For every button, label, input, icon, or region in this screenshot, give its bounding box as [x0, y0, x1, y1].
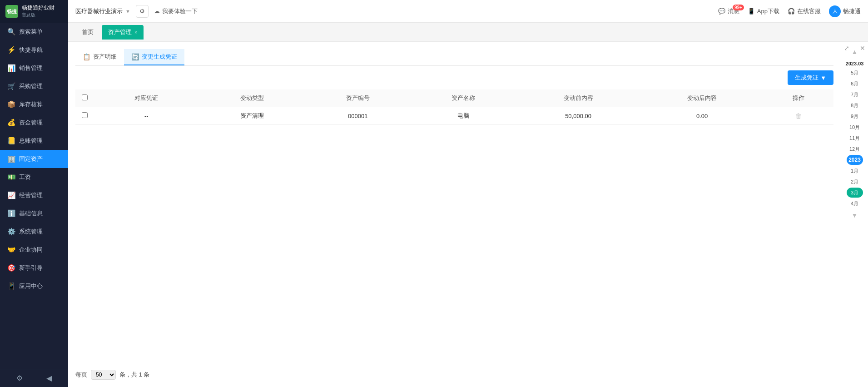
col-action: 操作: [764, 89, 833, 107]
newguide-icon: 🎯: [7, 264, 15, 272]
service-button[interactable]: 🎧 在线客服: [788, 7, 821, 15]
tab-label: 资产管理: [108, 28, 132, 36]
enterprise-icon: 🤝: [7, 246, 15, 254]
tab-asset-management[interactable]: 资产管理 ×: [102, 25, 144, 40]
timeline-month-apr[interactable]: 4月: [847, 198, 863, 208]
settings-button[interactable]: ⚙: [136, 5, 149, 18]
sidebar-item-inventory[interactable]: 📦 库存核算: [0, 95, 68, 114]
row-before: 50,000.00: [516, 107, 640, 125]
message-badge: 99+: [733, 5, 744, 10]
table-row: -- 资产清理 000001 电脑 50,000.00 0.00 🗑: [75, 107, 833, 125]
delete-button[interactable]: 🗑: [795, 112, 802, 119]
message-icon: 💬: [718, 8, 725, 15]
asset-details-icon: 📋: [83, 53, 90, 60]
row-checkbox-cell: [75, 107, 94, 125]
collapse-button[interactable]: ◀: [46, 374, 52, 382]
company-selector[interactable]: 医疗器械行业演示 ▼: [75, 7, 130, 15]
sidebar-item-label: 采购管理: [19, 82, 43, 90]
timeline-month-oct[interactable]: 10月: [847, 122, 863, 132]
timeline-month-mar-current[interactable]: 3月: [847, 188, 863, 198]
avatar: 人: [829, 5, 841, 17]
sidebar-item-purchase[interactable]: 🛒 采购管理: [0, 77, 68, 95]
timeline-month-may[interactable]: 5月: [847, 68, 863, 78]
timeline-nav-down[interactable]: ▼: [849, 210, 860, 221]
per-page-label: 每页: [75, 371, 87, 379]
select-all-checkbox[interactable]: [82, 94, 88, 100]
sidebar-item-appcenter[interactable]: 📱 应用中心: [0, 277, 68, 295]
timeline-month-sep[interactable]: 9月: [847, 111, 863, 121]
col-asset-no: 资产编号: [305, 89, 411, 107]
tabbar: 首页 资产管理 ×: [68, 23, 868, 42]
app-download-button[interactable]: 📱 App下载: [748, 7, 779, 15]
row-voucher: --: [94, 107, 199, 125]
funds-icon: 💰: [7, 119, 15, 127]
sidebar-item-label: 基础信息: [19, 209, 43, 218]
row-change-type: 资产清理: [199, 107, 305, 125]
timeline-year-2023[interactable]: 2023: [847, 155, 863, 165]
row-asset-name: 电脑: [411, 107, 516, 125]
subtab-asset-details[interactable]: 📋 资产明细: [75, 49, 124, 65]
sidebar-item-operations[interactable]: 📈 经营管理: [0, 186, 68, 204]
timeline-nav-up[interactable]: ▲: [849, 46, 860, 57]
sidebar-item-sales[interactable]: 📊 销售管理: [0, 59, 68, 77]
sidebar-item-search[interactable]: 🔍 搜索菜单: [0, 23, 68, 41]
app-icon: 📱: [748, 8, 755, 15]
trial-button[interactable]: ☁ 我要体验一下: [154, 7, 198, 15]
sidebar-item-label: 新手引导: [19, 264, 43, 272]
message-button[interactable]: 💬 消息 99+: [718, 7, 739, 15]
timeline-month-nov[interactable]: 11月: [847, 133, 863, 143]
row-action-cell: 🗑: [764, 107, 833, 125]
sidebar-bottom: ⚙ ◀: [0, 369, 68, 387]
sales-icon: 📊: [7, 64, 15, 72]
per-page-select[interactable]: 50 10 20 100: [91, 370, 116, 380]
service-icon: 🎧: [788, 8, 795, 15]
sidebar-item-payroll[interactable]: 💵 工资: [0, 168, 68, 186]
row-checkbox[interactable]: [82, 112, 88, 118]
quicknav-icon: ⚡: [7, 46, 15, 54]
sidebar-item-basicinfo[interactable]: ℹ️ 基础信息: [0, 204, 68, 223]
timeline-month-dec[interactable]: 12月: [847, 144, 863, 154]
sidebar-item-system[interactable]: ⚙️ 系统管理: [0, 223, 68, 241]
sidebar-item-label: 固定资产: [19, 155, 43, 163]
timeline-close-button[interactable]: ✕: [860, 45, 865, 52]
sidebar-item-funds[interactable]: 💰 资金管理: [0, 114, 68, 132]
main-area: 医疗器械行业演示 ▼ ⚙ ☁ 我要体验一下 💬 消息 99+ 📱 App下载 🎧…: [68, 0, 868, 387]
sidebar-item-label: 应用中心: [19, 282, 43, 290]
company-name: 医疗器械行业演示: [75, 7, 123, 15]
sidebar-item-enterprise[interactable]: 🤝 企业协同: [0, 241, 68, 259]
timeline-month-jan[interactable]: 1月: [847, 166, 863, 176]
row-after: 0.00: [640, 107, 764, 125]
operations-icon: 📈: [7, 191, 15, 199]
timeline-month-feb[interactable]: 2月: [847, 177, 863, 187]
topbar-right: 💬 消息 99+ 📱 App下载 🎧 在线客服 人 畅捷通: [718, 5, 861, 17]
subtabs: 📋 资产明细 🔄 变更生成凭证: [75, 49, 833, 66]
sidebar-item-label: 系统管理: [19, 228, 43, 236]
user-area[interactable]: 人 畅捷通: [829, 5, 861, 17]
sidebar-item-ledger[interactable]: 📒 总账管理: [0, 132, 68, 150]
sidebar-item-label: 销售管理: [19, 64, 43, 72]
sidebar-item-label: 工资: [19, 173, 31, 181]
sidebar-item-newguide[interactable]: 🎯 新手引导: [0, 259, 68, 277]
subtab-change-voucher[interactable]: 🔄 变更生成凭证: [124, 49, 184, 65]
timeline-expand-button[interactable]: ⤢: [844, 45, 849, 52]
col-checkbox: [75, 89, 94, 107]
sidebar-item-fixedassets[interactable]: 🏢 固定资产: [0, 150, 68, 168]
generate-voucher-button[interactable]: 生成凭证 ▼: [788, 70, 833, 85]
payroll-icon: 💵: [7, 173, 15, 181]
timeline-month-jun[interactable]: 6月: [847, 79, 863, 89]
subtab-label: 变更生成凭证: [142, 53, 177, 61]
tab-close-icon[interactable]: ×: [134, 30, 137, 35]
timeline-month-jul[interactable]: 7月: [847, 89, 863, 99]
sidebar-item-label: 总账管理: [19, 137, 43, 145]
card: 📋 资产明细 🔄 变更生成凭证 生成凭证 ▼: [68, 42, 841, 387]
tab-home[interactable]: 首页: [75, 25, 100, 40]
settings-bottom-button[interactable]: ⚙: [16, 374, 23, 382]
fixedassets-icon: 🏢: [7, 155, 15, 163]
cloud-icon: ☁: [154, 8, 160, 15]
sidebar-item-quicknav[interactable]: ⚡ 快捷导航: [0, 41, 68, 59]
change-voucher-table: 对应凭证 变动类型 资产编号 资产名称 变动前内容 变动后内容 操作: [75, 89, 833, 125]
timeline-month-aug[interactable]: 8月: [847, 100, 863, 110]
pagination: 每页 50 10 20 100 条，共 1 条: [75, 365, 833, 380]
basicinfo-icon: ℹ️: [7, 209, 15, 218]
timeline-panel: ▲ 2023.03 5月 6月 7月 8月 9月 10月 11月 12月 202…: [841, 42, 868, 387]
